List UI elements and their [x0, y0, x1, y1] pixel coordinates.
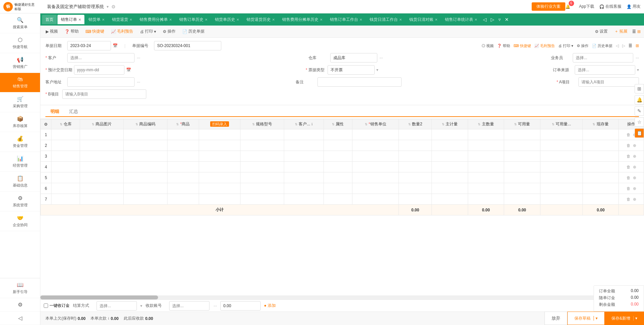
- row-6-mainqty[interactable]: [468, 183, 504, 194]
- tab-sales-invoice[interactable]: 销货单 ✕: [85, 15, 108, 24]
- save-new-dropdown-icon[interactable]: ▾: [633, 316, 637, 321]
- toolbar-print[interactable]: 🖨 打印 ▾: [138, 28, 158, 35]
- row-3-copy-icon[interactable]: ⊕: [633, 154, 636, 159]
- row-5-code[interactable]: [124, 172, 167, 183]
- row-3-attr[interactable]: [324, 151, 352, 162]
- tab-nav-right[interactable]: ▷: [489, 17, 496, 22]
- row-5-qty2[interactable]: [399, 172, 432, 183]
- row-2-code[interactable]: [124, 140, 167, 151]
- system-dropdown-icon[interactable]: ▾: [107, 4, 109, 9]
- sidebar-item-fund[interactable]: 💰 资金管理: [0, 132, 40, 152]
- row-2-delete-icon[interactable]: 🗑: [627, 143, 631, 148]
- list-view-icon[interactable]: ☰: [632, 29, 636, 34]
- row-1-warehouse[interactable]: [51, 129, 80, 140]
- form-ops-btn[interactable]: ⚙ 操作: [577, 43, 589, 48]
- row-5-unit[interactable]: [352, 172, 399, 183]
- sort-spec-icon[interactable]: ⇅: [252, 123, 255, 126]
- sort-mainqty-icon[interactable]: ⇅: [478, 123, 481, 126]
- inner-tab-detail[interactable]: 明细: [45, 107, 64, 117]
- row-7-mainqty[interactable]: [468, 194, 504, 205]
- row-6-warehouse[interactable]: [51, 183, 80, 194]
- row-3-mainqty[interactable]: [468, 151, 504, 162]
- row-7-attr[interactable]: [324, 194, 352, 205]
- row-4-attr[interactable]: [324, 162, 352, 172]
- sort-unit-icon[interactable]: ⇅: [365, 123, 368, 126]
- tab-fee-split[interactable]: 销售费用分摊单 ✕: [136, 15, 175, 24]
- invoice-input[interactable]: [328, 65, 375, 75]
- tab-sales-summary[interactable]: 销售订单统计表 ✕: [442, 15, 481, 24]
- row-4-img[interactable]: [80, 162, 124, 172]
- tab-close-all[interactable]: ✕: [503, 17, 510, 22]
- b-project-input[interactable]: [62, 89, 146, 99]
- sidebar-item-stock[interactable]: 📦 库存核算: [0, 112, 40, 132]
- toolbar-add-field-btn[interactable]: ＋ 拓展: [612, 28, 630, 35]
- row-3-img[interactable]: [80, 151, 124, 162]
- row-6-custref[interactable]: [284, 183, 324, 194]
- tab-sales-summary-close[interactable]: ✕: [475, 18, 477, 22]
- toolbar-help[interactable]: ❓ 帮助: [63, 28, 81, 35]
- user-avatar[interactable]: 👤 用友: [627, 4, 641, 9]
- tab-sales-return-close[interactable]: ✕: [129, 18, 132, 22]
- tab-sales-order-close[interactable]: ✕: [78, 18, 81, 22]
- sort-warehouse-icon[interactable]: ⇅: [60, 123, 63, 126]
- delivery-calendar-icon[interactable]: 📅: [126, 68, 131, 72]
- row-4-code[interactable]: [124, 162, 167, 172]
- row-3-qty2[interactable]: [399, 151, 432, 162]
- row-4-mainqty[interactable]: [468, 162, 504, 172]
- sidebar-item-sys[interactable]: ⚙ 系统管理: [0, 192, 40, 211]
- online-service-link[interactable]: 🎧 在线客服: [599, 4, 621, 9]
- right-btn-4[interactable]: ☆: [635, 117, 644, 127]
- form-view-btn[interactable]: ◎ 视频: [482, 43, 494, 48]
- row-1-delete-icon[interactable]: 🗑: [627, 132, 631, 137]
- sidebar-collapse-item[interactable]: ◁: [0, 312, 40, 325]
- account-dots[interactable]: ···: [214, 303, 217, 308]
- tab-cash-reconcile-close[interactable]: ✕: [435, 18, 438, 22]
- code-input[interactable]: [154, 41, 221, 50]
- tab-sales-order[interactable]: 销售订单 ✕: [58, 15, 84, 24]
- tab-fee-split-close[interactable]: ✕: [169, 18, 172, 22]
- form-list-icon[interactable]: ☰: [629, 43, 632, 48]
- sidebar-settings-item[interactable]: ⚙: [0, 298, 40, 312]
- sidebar-item-promo[interactable]: 📢 营销推广: [0, 53, 40, 73]
- sort-attr-icon[interactable]: ⇅: [332, 123, 335, 126]
- row-2-spec[interactable]: [240, 140, 284, 151]
- row-7-custref[interactable]: [284, 194, 324, 205]
- form-shortcut-btn[interactable]: ⌨ 快捷键: [514, 43, 531, 48]
- toolbar-profit[interactable]: 📈 毛利预告: [109, 28, 135, 35]
- save-draft-dropdown-icon[interactable]: ▾: [594, 316, 598, 321]
- notification-area[interactable]: 🔔 6: [565, 4, 574, 9]
- tab-nav-menu[interactable]: ▿: [497, 17, 502, 22]
- row-4-qty2[interactable]: [399, 162, 432, 172]
- row-5-delete-icon[interactable]: 🗑: [627, 175, 631, 180]
- payment-method-dropdown[interactable]: ▾: [140, 303, 142, 308]
- scan-input-btn[interactable]: 扫码录入: [210, 121, 229, 127]
- save-draft-button[interactable]: 保存草稿 ▾: [567, 312, 605, 325]
- sort-avail-icon[interactable]: ⇅: [514, 123, 517, 126]
- form-prev-icon[interactable]: ◁: [616, 43, 619, 48]
- row-2-mainqty[interactable]: [468, 140, 504, 151]
- sidebar-item-search[interactable]: 🔍 搜索菜单: [0, 13, 40, 33]
- row-3-unit[interactable]: [352, 151, 399, 162]
- tab-cash-daily[interactable]: 钱货日清工作台 ✕: [366, 15, 405, 24]
- row-1-product[interactable]: [167, 129, 199, 140]
- toolbar-history[interactable]: 📄 历史单据: [180, 28, 206, 35]
- inner-tab-summary[interactable]: 汇总: [64, 107, 83, 117]
- tab-sales-return[interactable]: 销货退货 ✕: [109, 15, 136, 24]
- row-6-unit[interactable]: [352, 183, 399, 194]
- row-7-copy-icon[interactable]: ⊕: [633, 197, 636, 202]
- row-5-copy-icon[interactable]: ⊕: [633, 175, 636, 180]
- row-4-unit[interactable]: [352, 162, 399, 172]
- form-print-btn[interactable]: 🖨 打印 ▾: [558, 43, 573, 48]
- toolbar-view[interactable]: ▶ 视频: [44, 28, 60, 35]
- a-project-input[interactable]: [578, 77, 639, 87]
- row-6-spec[interactable]: [240, 183, 284, 194]
- table-scrollbar[interactable]: [40, 295, 644, 299]
- sidebar-item-guide[interactable]: 📖 新手引导: [0, 278, 40, 298]
- row-3-delete-icon[interactable]: 🗑: [627, 154, 631, 159]
- tab-order-history-close[interactable]: ✕: [205, 18, 207, 22]
- row-6-img[interactable]: [80, 183, 124, 194]
- row-6-code[interactable]: [124, 183, 167, 194]
- one-click-deposit-label[interactable]: 一键收订金: [44, 303, 70, 309]
- row-6-attr[interactable]: [324, 183, 352, 194]
- form-profit-btn[interactable]: 📈 毛利预告: [534, 43, 555, 48]
